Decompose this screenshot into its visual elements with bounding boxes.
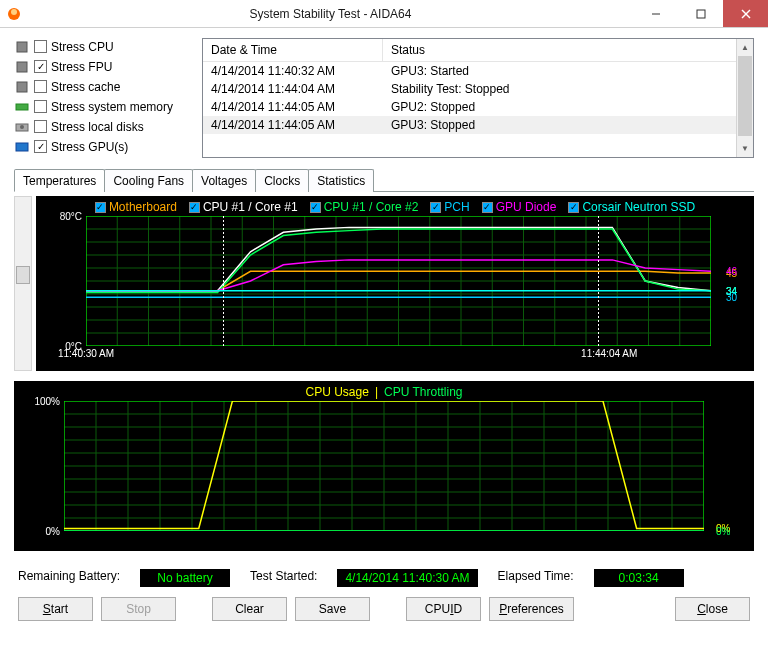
stress-label: Stress CPU — [51, 40, 114, 54]
legend-item: CPU Usage — [306, 385, 369, 399]
titlebar: System Stability Test - AIDA64 — [0, 0, 768, 28]
col-datetime[interactable]: Date & Time — [203, 39, 383, 61]
stress-label: Stress system memory — [51, 100, 173, 114]
legend-checkbox[interactable] — [310, 202, 321, 213]
stress-checkbox[interactable] — [34, 100, 47, 113]
hw-icon — [14, 99, 30, 115]
svg-rect-6 — [17, 42, 27, 52]
status-bar: Remaining Battery: No battery Test Start… — [14, 563, 754, 597]
battery-label: Remaining Battery: — [18, 569, 120, 587]
cpuid-button[interactable]: CPUID — [406, 597, 481, 621]
y-min-label: 0% — [46, 526, 60, 537]
svg-rect-8 — [17, 82, 27, 92]
stop-button: Stop — [101, 597, 176, 621]
start-button[interactable]: Start — [18, 597, 93, 621]
scroll-down-icon[interactable]: ▼ — [737, 140, 753, 157]
log-row[interactable]: 4/14/2014 11:44:05 AMGPU3: Stopped — [203, 116, 753, 134]
log-table: Date & Time Status 4/14/2014 11:40:32 AM… — [202, 38, 754, 158]
hw-icon — [14, 79, 30, 95]
legend-checkbox[interactable] — [430, 202, 441, 213]
temp-range-slider[interactable] — [14, 196, 32, 371]
legend-checkbox[interactable] — [189, 202, 200, 213]
stress-checkbox[interactable] — [34, 40, 47, 53]
started-label: Test Started: — [250, 569, 317, 587]
stress-checkbox[interactable] — [34, 60, 47, 73]
svg-rect-9 — [16, 104, 28, 110]
app-icon — [6, 6, 22, 22]
maximize-button[interactable] — [678, 0, 723, 27]
legend-item[interactable]: GPU Diode — [482, 200, 557, 214]
chart-tabs: TemperaturesCooling FansVoltagesClocksSt… — [14, 168, 754, 192]
legend-item[interactable]: PCH — [430, 200, 469, 214]
svg-rect-12 — [16, 143, 28, 151]
minimize-button[interactable] — [633, 0, 678, 27]
log-row[interactable]: 4/14/2014 11:44:04 AMStability Test: Sto… — [203, 80, 753, 98]
svg-point-1 — [11, 9, 17, 15]
legend-item[interactable]: CPU #1 / Core #1 — [189, 200, 298, 214]
log-scrollbar[interactable]: ▲ ▼ — [736, 39, 753, 157]
elapsed-value: 0:03:34 — [594, 569, 684, 587]
tab-clocks[interactable]: Clocks — [255, 169, 309, 192]
stress-label: Stress cache — [51, 80, 120, 94]
hw-icon — [14, 59, 30, 75]
preferences-button[interactable]: Preferences — [489, 597, 574, 621]
scroll-up-icon[interactable]: ▲ — [737, 39, 753, 56]
stress-checkbox[interactable] — [34, 80, 47, 93]
x-end-label: 11:44:04 AM — [581, 348, 637, 359]
legend-checkbox[interactable] — [95, 202, 106, 213]
tab-temperatures[interactable]: Temperatures — [14, 169, 105, 192]
hw-icon — [14, 39, 30, 55]
log-header: Date & Time Status — [203, 39, 753, 62]
y-max-label: 100% — [34, 396, 60, 407]
elapsed-label: Elapsed Time: — [498, 569, 574, 587]
stress-checkbox[interactable] — [34, 140, 47, 153]
stress-checkbox[interactable] — [34, 120, 47, 133]
started-value: 4/14/2014 11:40:30 AM — [337, 569, 477, 587]
legend-item[interactable]: Motherboard — [95, 200, 177, 214]
col-status[interactable]: Status — [383, 39, 753, 61]
x-start-label: 11:40:30 AM — [58, 348, 114, 359]
battery-value: No battery — [140, 569, 230, 587]
svg-point-11 — [20, 125, 24, 129]
legend-checkbox[interactable] — [568, 202, 579, 213]
stress-label: Stress local disks — [51, 120, 144, 134]
log-row[interactable]: 4/14/2014 11:44:05 AMGPU2: Stopped — [203, 98, 753, 116]
close-button[interactable] — [723, 0, 768, 27]
stress-label: Stress GPU(s) — [51, 140, 128, 154]
legend-checkbox[interactable] — [482, 202, 493, 213]
stress-label: Stress FPU — [51, 60, 112, 74]
legend-item[interactable]: Corsair Neutron SSD — [568, 200, 695, 214]
scroll-thumb[interactable] — [738, 56, 752, 136]
legend-item: CPU Throttling — [384, 385, 462, 399]
hw-icon — [14, 139, 30, 155]
y-max-label: 80°C — [60, 211, 82, 222]
hw-icon — [14, 119, 30, 135]
cpu-usage-chart: CPU Usage | CPU Throttling 100% 0% 0%0% — [14, 381, 754, 551]
clear-button[interactable]: Clear — [212, 597, 287, 621]
svg-rect-7 — [17, 62, 27, 72]
window-title: System Stability Test - AIDA64 — [28, 7, 633, 21]
series-value: 46 — [726, 266, 737, 277]
tab-cooling-fans[interactable]: Cooling Fans — [104, 169, 193, 192]
legend-item[interactable]: CPU #1 / Core #2 — [310, 200, 419, 214]
tab-voltages[interactable]: Voltages — [192, 169, 256, 192]
svg-rect-3 — [697, 10, 705, 18]
temperature-chart: MotherboardCPU #1 / Core #1CPU #1 / Core… — [36, 196, 754, 371]
series-value: 0% — [716, 526, 730, 537]
stress-options: Stress CPUStress FPUStress cacheStress s… — [14, 38, 196, 158]
tab-statistics[interactable]: Statistics — [308, 169, 374, 192]
series-value: 34 — [726, 285, 737, 296]
close-dialog-button[interactable]: Close — [675, 597, 750, 621]
save-button[interactable]: Save — [295, 597, 370, 621]
log-row[interactable]: 4/14/2014 11:40:32 AMGPU3: Started — [203, 62, 753, 80]
button-row: Start Stop Clear Save CPUID Preferences … — [14, 597, 754, 631]
